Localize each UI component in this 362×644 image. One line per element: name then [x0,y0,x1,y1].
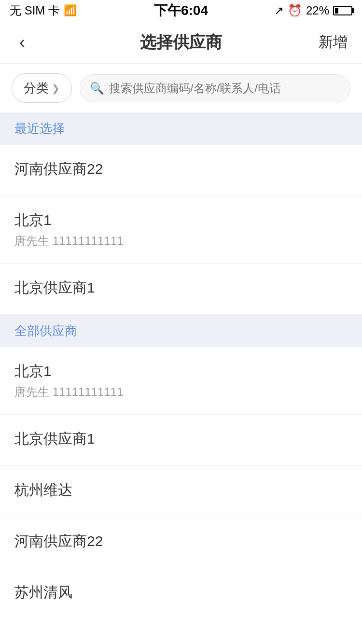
location-icon: ↗ [274,4,284,17]
battery-indicator [333,6,352,15]
status-right: ↗ ⏰ 22% [274,4,352,17]
item-name: 北京1 [14,362,348,381]
all-section-header: 全部供应商 [0,315,362,347]
item-name: 杭州维达 [14,480,348,500]
list-item[interactable]: 北京1唐先生 11111111111 [0,347,362,415]
wifi-icon: 📶 [64,4,77,17]
status-time: 下午6:04 [154,1,208,20]
page-title: 选择供应商 [140,31,222,54]
item-name: 北京供应商1 [14,429,348,449]
recent-list: 河南供应商22北京1唐先生 11111111111北京供应商1 [0,145,362,315]
recent-section-header: 最近选择 [0,112,362,145]
all-list: 北京1唐先生 11111111111北京供应商1杭州维达河南供应商22苏州清风 [0,347,362,619]
status-left: 无 SIM 卡 📶 [10,3,77,18]
search-input[interactable] [109,82,340,95]
item-name: 北京1 [14,210,348,230]
battery-box [333,6,352,15]
no-sim-text: 无 SIM 卡 [10,3,60,18]
search-icon: 🔍 [90,82,104,95]
item-sub: 唐先生 11111111111 [14,384,348,400]
list-item[interactable]: 河南供应商22 [0,517,362,568]
list-item[interactable]: 北京供应商1 [0,264,362,315]
back-button[interactable]: ‹ [14,28,30,57]
item-name: 河南供应商22 [14,159,348,179]
add-button[interactable]: 新增 [319,32,348,52]
battery-fill [335,8,338,14]
chevron-right-icon: ❯ [52,83,60,94]
filter-bar: 分类 ❯ 🔍 [0,64,362,112]
item-name: 北京供应商1 [14,278,348,298]
list-item[interactable]: 河南供应商22 [0,145,362,196]
list-item[interactable]: 北京供应商1 [0,415,362,466]
category-label: 分类 [24,80,49,97]
item-name: 苏州清风 [14,583,348,602]
search-box[interactable]: 🔍 [80,74,350,102]
item-name: 河南供应商22 [14,532,348,551]
battery-percent: 22% [306,4,329,17]
nav-bar: ‹ 选择供应商 新增 [0,21,362,64]
list-item[interactable]: 苏州清风 [0,568,362,619]
status-bar: 无 SIM 卡 📶 下午6:04 ↗ ⏰ 22% [0,0,362,21]
list-item[interactable]: 北京1唐先生 11111111111 [0,196,362,264]
list-item[interactable]: 杭州维达 [0,466,362,517]
item-sub: 唐先生 11111111111 [14,233,348,249]
category-button[interactable]: 分类 ❯ [12,73,72,103]
alarm-icon: ⏰ [288,4,302,17]
recent-section-label: 最近选择 [14,121,65,136]
all-section-label: 全部供应商 [14,323,77,338]
